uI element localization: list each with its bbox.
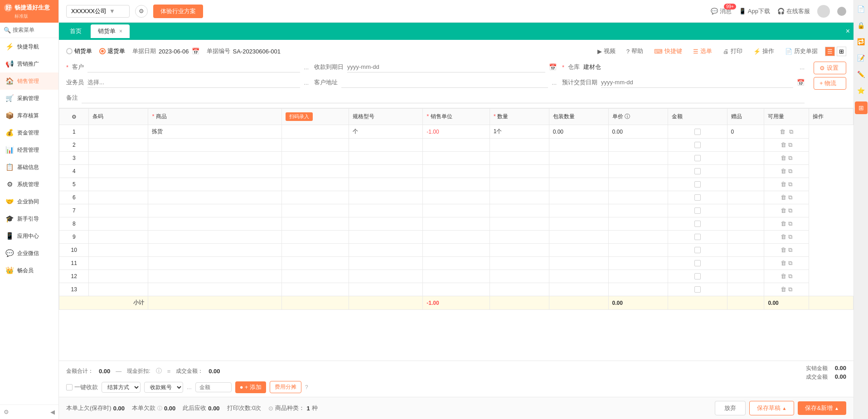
copy-icon[interactable]: ⧉ [788, 286, 792, 293]
notes-input[interactable] [82, 92, 805, 103]
expense-split-btn[interactable]: 费用分摊 [270, 381, 301, 393]
rs-orange-icon[interactable]: ⊞ [855, 101, 868, 114]
history-btn[interactable]: 📄 历史单据 [781, 45, 821, 57]
message-btn[interactable]: 💬 消息 99+ [711, 7, 732, 15]
company-selector[interactable]: XXXXXX公司 ▼ [66, 5, 130, 18]
col-header-scan[interactable]: 扫码录入 [282, 109, 349, 125]
customer-dots[interactable]: ... [304, 64, 309, 71]
delete-icon[interactable]: 🗑 [781, 194, 786, 201]
sidebar-nav-item-operations[interactable]: 📊 经营管理 [0, 141, 58, 159]
discard-btn[interactable]: 放弃 [715, 401, 746, 415]
rs-edit-icon[interactable]: 📝 [856, 53, 867, 63]
row-barcode[interactable] [89, 125, 148, 139]
copy-icon[interactable]: ⧉ [788, 194, 792, 201]
table-container[interactable]: ⚙ 条码 * 商品 扫码录入 规格型号 * 销售单位 * 数量 包装数量 单价 … [59, 108, 853, 361]
copy-icon[interactable]: ⧉ [789, 128, 793, 135]
rs-lock-icon[interactable]: 🔒 [856, 20, 867, 31]
sidebar-nav-item-marketing[interactable]: 📢 营销推广 [0, 55, 58, 72]
account-dots[interactable]: ... [187, 384, 192, 390]
sidebar-nav-item-basic[interactable]: 📋 基础信息 [0, 159, 58, 176]
online-service-btn[interactable]: 🎧 在线客服 [777, 7, 810, 15]
sidebar-nav-item-sales[interactable]: 🏠 销售管理 [0, 72, 58, 90]
copy-icon[interactable]: ⧉ [788, 233, 792, 240]
row-amount[interactable]: 0.00 [608, 125, 668, 139]
copy-icon[interactable]: ⧉ [788, 168, 792, 174]
grid-view-icon[interactable]: ⊞ [837, 47, 846, 56]
copy-icon[interactable]: ⧉ [788, 220, 792, 227]
list-view-icon[interactable]: ☰ [825, 47, 835, 56]
save-draft-btn[interactable]: 保存草稿 ▲ [749, 401, 795, 415]
sidebar-nav-item-finance[interactable]: 💰 资金管理 [0, 124, 58, 141]
one-click-payment-checkbox[interactable]: 一键收款 [66, 383, 98, 391]
delete-icon[interactable]: 🗑 [781, 246, 786, 253]
radio-sales-order[interactable]: 销货单 [66, 47, 92, 55]
amount-input[interactable] [195, 382, 232, 392]
row-product[interactable]: 拣货 [148, 125, 282, 139]
topbar-settings-icon[interactable]: ⚙ [135, 5, 148, 18]
sidebar-nav-item-wechat[interactable]: 💬 企业微信 [0, 245, 58, 262]
delete-icon[interactable]: 🗑 [781, 207, 786, 214]
copy-icon[interactable]: ⧉ [788, 181, 792, 188]
rs-notes-icon[interactable]: 📄 [856, 4, 867, 14]
payment-date-input[interactable] [347, 62, 545, 72]
tab-home[interactable]: 首页 [63, 23, 89, 40]
cash-discount-help[interactable]: ⓘ [156, 367, 162, 375]
row-sales-unit[interactable]: 个 [349, 125, 423, 139]
col-header-settings[interactable]: ⚙ [59, 109, 89, 125]
video-btn[interactable]: ▶ 视频 [594, 45, 619, 57]
save-new-btn[interactable]: 保存&新增 ▲ [798, 401, 846, 415]
copy-icon[interactable]: ⧉ [788, 246, 792, 253]
rs-refresh-icon[interactable]: 🔁 [856, 36, 867, 47]
sidebar-nav-item-guide[interactable]: 🎓 新手引导 [0, 210, 58, 227]
delete-icon[interactable]: 🗑 [781, 286, 786, 293]
date-calendar-icon[interactable]: 📅 [192, 48, 199, 55]
expense-help-icon[interactable]: ? [305, 384, 308, 390]
help-btn[interactable]: ? 帮助 [623, 45, 647, 57]
expected-delivery-input[interactable] [601, 77, 793, 88]
tab-bar-close[interactable]: × [846, 27, 850, 35]
customer-input[interactable] [87, 62, 300, 72]
calculation-method-select[interactable]: 结算方式 [102, 382, 141, 393]
collapse-icon[interactable]: ◀ [50, 409, 55, 415]
delete-icon[interactable]: 🗑 [781, 181, 786, 188]
payment-date-calendar-icon[interactable]: 📅 [549, 63, 557, 71]
sidebar-nav-item-appstore[interactable]: 📱 应用中心 [0, 227, 58, 245]
account-number-select[interactable]: 收款账号 [144, 382, 183, 393]
sidebar-search[interactable]: 🔍 搜索菜单 [0, 23, 58, 38]
rs-pencil-icon[interactable]: ✏️ [856, 69, 867, 80]
row-quantity[interactable]: -1.00 [423, 125, 490, 139]
delete-icon[interactable]: 🗑 [781, 154, 786, 161]
address-dots[interactable]: ... [552, 79, 557, 86]
salesman-dots[interactable]: ... [304, 79, 309, 86]
copy-icon[interactable]: ⧉ [788, 260, 792, 266]
sidebar-nav-item-member[interactable]: 👑 畅会员 [0, 262, 58, 279]
sidebar-nav-item-enterprise[interactable]: 🤝 企业协同 [0, 193, 58, 210]
copy-icon[interactable]: ⧉ [788, 273, 792, 279]
delete-icon[interactable]: 🗑 [781, 260, 786, 266]
delete-icon[interactable]: 🗑 [781, 168, 786, 174]
delete-icon[interactable]: 🗑 [780, 128, 786, 135]
delete-icon[interactable]: 🗑 [781, 220, 786, 227]
trial-btn[interactable]: 体验行业方案 [153, 5, 203, 18]
sidebar-nav-item-quick-nav[interactable]: ⚡ 快捷导航 [0, 38, 58, 55]
app-download-btn[interactable]: 📱 App下载 [739, 7, 770, 15]
logistics-btn[interactable]: + 物流 [814, 77, 846, 90]
customer-address-input[interactable] [341, 77, 548, 88]
print-btn[interactable]: 🖨 打印 [719, 45, 746, 57]
delete-icon[interactable]: 🗑 [781, 141, 786, 148]
add-payment-btn[interactable]: ● + 添加 [235, 381, 266, 393]
scan-btn[interactable]: 扫码录入 [286, 112, 313, 121]
rs-star-icon[interactable]: ⭐ [856, 85, 867, 96]
actions-btn[interactable]: ⚡ 操作 [750, 45, 778, 57]
select-order-btn[interactable]: ☰ 选单 [689, 45, 716, 57]
sidebar-nav-item-system[interactable]: ⚙ 系统管理 [0, 176, 58, 193]
settings-btn[interactable]: ⚙ 设置 [814, 62, 846, 74]
shortcut-btn[interactable]: ⌨ 快捷键 [650, 45, 686, 57]
row-gift[interactable] [668, 125, 727, 139]
copy-icon[interactable]: ⧉ [788, 141, 792, 148]
tab-close-icon[interactable]: × [119, 28, 122, 34]
sidebar-nav-item-inventory[interactable]: 📦 库存核算 [0, 107, 58, 124]
radio-return-order[interactable]: 退货单 [99, 47, 125, 55]
delete-icon[interactable]: 🗑 [781, 233, 786, 240]
row-unit-price[interactable]: 0.00 [549, 125, 608, 139]
